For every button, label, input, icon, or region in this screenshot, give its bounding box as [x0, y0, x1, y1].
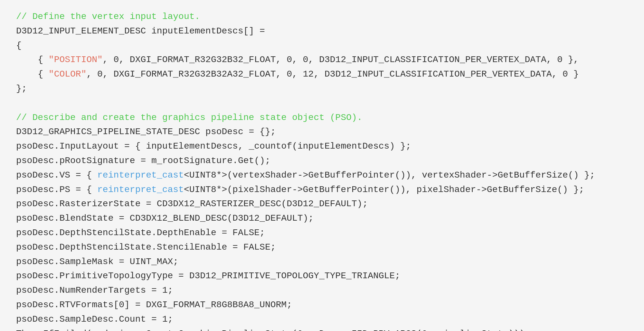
comment-text: // Define the vertex input layout.: [16, 12, 200, 22]
code-line: psoDesc.NumRenderTargets = 1;: [16, 283, 628, 298]
code-line: psoDesc.DepthStencilState.DepthEnable = …: [16, 226, 628, 240]
code-line: psoDesc.RTVFormats[0] = DXGI_FORMAT_R8G8…: [16, 298, 628, 312]
code-line: psoDesc.pRootSignature = m_rootSignature…: [16, 154, 628, 168]
string-literal: "COLOR": [49, 69, 87, 79]
keyword: reinterpret_cast: [97, 185, 184, 195]
code-line: psoDesc.PrimitiveTopologyType = D3D12_PR…: [16, 269, 628, 283]
code-line: D3D12_GRAPHICS_PIPELINE_STATE_DESC psoDe…: [16, 125, 628, 139]
code-line: psoDesc.PS = { reinterpret_cast<UINT8*>(…: [16, 183, 628, 197]
code-line: psoDesc.SampleMask = UINT_MAX;: [16, 255, 628, 269]
code-line: psoDesc.InputLayout = { inputElementDesc…: [16, 139, 628, 154]
code-line: psoDesc.SampleDesc.Count = 1;: [16, 312, 628, 327]
code-line: // Describe and create the graphics pipe…: [16, 111, 628, 125]
code-line: ThrowIfFailed(m_device->CreateGraphicsPi…: [16, 327, 628, 331]
code-line: psoDesc.BlendState = CD3DX12_BLEND_DESC(…: [16, 211, 628, 226]
comment-text: // Describe and create the graphics pipe…: [16, 113, 362, 123]
code-line: [16, 96, 628, 111]
code-line: psoDesc.VS = { reinterpret_cast<UINT8*>(…: [16, 168, 628, 183]
keyword: reinterpret_cast: [97, 170, 184, 180]
code-line: psoDesc.DepthStencilState.StencilEnable …: [16, 240, 628, 255]
code-line: D3D12_INPUT_ELEMENT_DESC inputElementDes…: [16, 24, 628, 39]
code-line: psoDesc.RasterizerState = CD3DX12_RASTER…: [16, 197, 628, 211]
code-line: };: [16, 82, 628, 96]
string-literal: "POSITION": [49, 55, 103, 65]
code-line: // Define the vertex input layout.: [16, 10, 628, 24]
code-line: { "COLOR", 0, DXGI_FORMAT_R32G32B32A32_F…: [16, 67, 628, 82]
code-container: // Define the vertex input layout.D3D12_…: [16, 10, 628, 331]
code-line: { "POSITION", 0, DXGI_FORMAT_R32G32B32_F…: [16, 53, 628, 67]
code-line: {: [16, 39, 628, 53]
